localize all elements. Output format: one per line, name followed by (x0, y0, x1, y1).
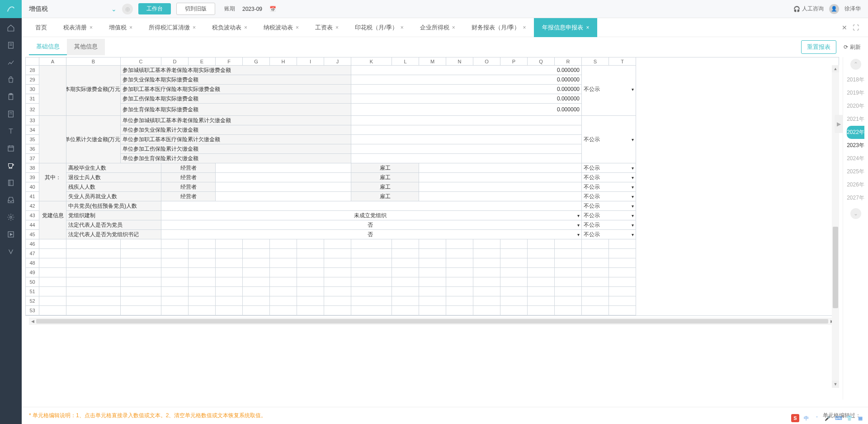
cell[interactable]: 本期实际缴费金额(万元) (66, 85, 121, 94)
row-header[interactable]: 32 (26, 104, 39, 116)
cell[interactable] (161, 306, 189, 315)
cell[interactable]: 0.000000 (351, 75, 582, 85)
nav-doc-icon[interactable] (6, 41, 15, 50)
cell[interactable] (582, 144, 636, 154)
cell[interactable] (39, 239, 66, 249)
cell[interactable] (500, 306, 528, 315)
cell[interactable] (39, 296, 66, 306)
cell[interactable] (189, 268, 216, 277)
cell[interactable]: 参加生育保险本期实际缴费金额 (121, 104, 351, 116)
cell[interactable] (66, 154, 121, 163)
ime-keyboard-icon[interactable]: ⌨ (835, 414, 843, 422)
cell[interactable] (446, 268, 473, 277)
tab-close-icon[interactable]: × (335, 24, 339, 31)
cell[interactable] (500, 258, 528, 268)
cell[interactable] (351, 287, 392, 296)
cell[interactable]: 单位累计欠缴金额(万元) (66, 135, 121, 144)
cell[interactable]: 参加工伤保险本期实际缴费金额 (121, 94, 351, 104)
cell[interactable] (216, 239, 243, 249)
tab-首页[interactable]: 首页 (27, 18, 55, 37)
cell[interactable] (582, 154, 636, 163)
cell[interactable] (161, 268, 189, 277)
tab-close-icon[interactable]: × (296, 24, 299, 31)
cell[interactable] (555, 287, 582, 296)
ime-skin-icon[interactable]: 👕 (845, 414, 854, 422)
support-link[interactable]: 🎧 人工咨询 (793, 5, 824, 13)
cell[interactable] (500, 296, 528, 306)
col-header-K[interactable]: K (351, 57, 392, 66)
cell[interactable] (392, 249, 419, 258)
cell[interactable] (39, 75, 66, 85)
cell[interactable] (66, 94, 121, 104)
cell[interactable]: 失业人员再就业人数 (66, 192, 161, 201)
cell[interactable]: 残疾人人数 (66, 182, 161, 192)
row-header[interactable]: 53 (26, 306, 39, 315)
row-header[interactable]: 36 (26, 144, 39, 154)
cell[interactable] (555, 239, 582, 249)
cell[interactable] (297, 239, 324, 249)
cell[interactable] (121, 306, 161, 315)
cell[interactable] (270, 249, 297, 258)
row-header[interactable]: 47 (26, 249, 39, 258)
cell[interactable] (473, 249, 500, 258)
cell[interactable] (609, 258, 636, 268)
reset-report-button[interactable]: 重置报表 (801, 40, 836, 54)
nav-inbox-icon[interactable] (6, 195, 15, 205)
cell[interactable] (189, 277, 216, 287)
cell[interactable] (582, 306, 609, 315)
year-2024年[interactable]: 2024年 (847, 152, 864, 165)
cell[interactable] (528, 268, 555, 277)
cell[interactable] (39, 94, 66, 104)
cell[interactable] (216, 258, 243, 268)
cell[interactable] (39, 104, 66, 116)
cell[interactable] (582, 287, 609, 296)
cell[interactable] (582, 258, 609, 268)
cell[interactable]: 不公示▾ (582, 85, 636, 94)
col-header-S[interactable]: S (582, 57, 609, 66)
col-header-G[interactable]: G (243, 57, 270, 66)
cell[interactable] (39, 258, 66, 268)
col-header-H[interactable]: H (270, 57, 297, 66)
cell[interactable] (243, 268, 270, 277)
cell[interactable] (582, 116, 636, 125)
cell[interactable]: 0.000000 (351, 85, 582, 94)
cell[interactable] (446, 306, 473, 315)
cell[interactable] (161, 239, 189, 249)
cell[interactable]: 雇工 (351, 182, 419, 192)
cell[interactable] (66, 249, 121, 258)
cell[interactable] (243, 277, 270, 287)
cell[interactable] (270, 277, 297, 287)
cell[interactable] (528, 287, 555, 296)
cell[interactable] (39, 192, 66, 201)
row-header[interactable]: 49 (26, 268, 39, 277)
year-2018年[interactable]: 2018年 (847, 73, 864, 86)
cell[interactable]: 单位参加城镇职工基本养老保险累计欠缴金额 (121, 116, 351, 125)
row-header[interactable]: 52 (26, 296, 39, 306)
period-value[interactable]: 2023-09 (242, 6, 262, 12)
expand-icon[interactable]: ⛶ (853, 24, 859, 31)
cell[interactable]: 退役士兵人数 (66, 173, 161, 182)
cell[interactable] (351, 277, 392, 287)
tab-企业所得税[interactable]: 企业所得税× (412, 18, 463, 37)
cell[interactable] (66, 268, 121, 277)
cell[interactable] (297, 277, 324, 287)
cell[interactable] (270, 296, 297, 306)
cell[interactable] (500, 268, 528, 277)
cell[interactable]: 单位参加职工基本医疗保险累计欠缴金额 (121, 135, 351, 144)
cell[interactable] (351, 135, 582, 144)
cell[interactable] (243, 306, 270, 315)
cell[interactable] (419, 287, 446, 296)
cell[interactable] (392, 268, 419, 277)
cell[interactable] (216, 277, 243, 287)
cell[interactable] (351, 239, 392, 249)
cell[interactable]: 雇工 (351, 192, 419, 201)
ime-sogou-icon[interactable]: S (791, 414, 799, 422)
cell[interactable] (419, 258, 446, 268)
user-avatar-icon[interactable]: 👤 (829, 4, 839, 14)
col-header-Q[interactable]: Q (528, 57, 555, 66)
cell[interactable]: 高校毕业生人数 (66, 163, 161, 173)
cell[interactable] (189, 296, 216, 306)
cell[interactable]: 法定代表人是否为党组织书记 (66, 230, 161, 239)
row-header[interactable]: 38 (26, 163, 39, 173)
nav-home-icon[interactable] (6, 24, 15, 33)
